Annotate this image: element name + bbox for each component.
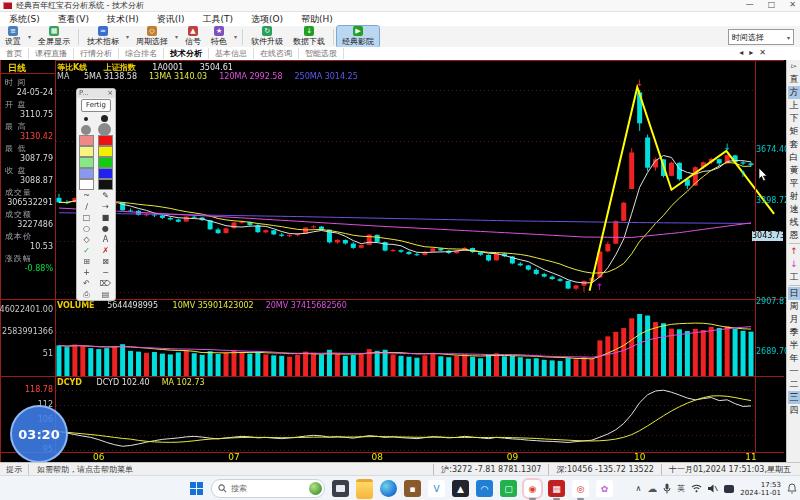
drawing-tool-套[interactable]: 套 [788, 138, 800, 151]
tab-在线咨询[interactable]: 在线咨询 [254, 48, 299, 59]
annotation-palette[interactable]: P... × Fertig ~✎∕→□■○●◇A✓✗⊞⊠+−↶⌦⎙▤ [76, 88, 116, 301]
toolbar-button-特色[interactable]: ★特色 [206, 26, 232, 47]
target-app[interactable]: ◎ [572, 480, 589, 497]
period-周[interactable]: 周 [788, 300, 800, 313]
palette-tool-+[interactable]: + [80, 268, 94, 278]
drawing-tool-平[interactable]: 平 [788, 177, 800, 190]
paint-app[interactable]: ✿ [596, 480, 613, 497]
color-swatch[interactable] [98, 135, 113, 146]
tab-技术分析[interactable]: 技术分析 [164, 48, 209, 59]
tray-wifi-icon[interactable] [691, 484, 702, 493]
taskbar-search[interactable]: 搜索 [211, 479, 325, 498]
palette-tool-✗[interactable]: ✗ [99, 246, 113, 256]
pen-size-dot[interactable] [84, 117, 88, 121]
drawing-tool-下[interactable]: 下 [788, 112, 800, 125]
palette-tool-□[interactable]: □ [80, 213, 94, 223]
palette-done-button[interactable]: Fertig [81, 99, 111, 112]
palette-tool-A[interactable]: A [99, 235, 113, 245]
color-swatch[interactable] [98, 168, 113, 179]
period-月[interactable]: 月 [788, 313, 800, 326]
v-app[interactable]: V [428, 480, 445, 497]
tray-language-indicator[interactable]: 英 [677, 483, 685, 494]
chevron-down-icon[interactable]: ▾ [28, 33, 31, 40]
menu-item[interactable]: 系统(S) [0, 13, 49, 26]
palette-tool-⊞[interactable]: ⊞ [80, 257, 94, 267]
period-一[interactable]: 一 [788, 365, 800, 378]
palette-tool-∕[interactable]: ∕ [80, 202, 94, 212]
color-swatch[interactable] [79, 146, 94, 157]
tab-首页[interactable]: 首页 [0, 48, 29, 59]
palette-tool-○[interactable]: ○ [80, 224, 94, 234]
period-年[interactable]: 年 [788, 352, 800, 365]
minimize-button[interactable]: — [746, 0, 754, 9]
tray-mic-icon[interactable] [663, 483, 671, 494]
chevron-down-icon[interactable]: ▾ [234, 33, 237, 40]
menu-item[interactable]: 资讯(I) [148, 13, 194, 26]
palette-tool-⊠[interactable]: ⊠ [99, 257, 113, 267]
drawing-tool-白[interactable]: 白 [788, 151, 800, 164]
file-explorer-icon[interactable] [356, 479, 373, 499]
chevron-down-icon[interactable]: ▾ [126, 33, 129, 40]
pen-size-dot[interactable] [81, 125, 91, 135]
edge-browser-icon[interactable] [380, 480, 397, 497]
tray-chevron-up-icon[interactable]: ∧ [635, 484, 641, 493]
menu-item[interactable]: 工具(T) [193, 13, 242, 26]
palette-tool-✎[interactable]: ✎ [99, 191, 113, 201]
palette-tool-↶[interactable]: ↶ [80, 279, 94, 289]
tab-scroll-left-icon[interactable]: ◂ [739, 48, 743, 57]
palette-close-icon[interactable]: × [107, 89, 113, 98]
color-swatch[interactable] [79, 179, 94, 190]
tray-cloud-icon[interactable]: ☁ [647, 483, 657, 494]
pen-size-dot[interactable] [101, 115, 108, 122]
color-swatch[interactable] [79, 135, 94, 146]
palette-tool-▤[interactable]: ▤ [99, 290, 113, 300]
drawing-tool-速[interactable]: 速 [788, 203, 800, 216]
briefcase-app[interactable]: ▪ [404, 480, 421, 497]
drawing-tool-上[interactable]: 上 [788, 99, 800, 112]
drawing-tool-恩[interactable]: 恩 [788, 229, 800, 242]
period-半[interactable]: 半 [788, 339, 800, 352]
tray-volume-icon[interactable] [708, 484, 718, 493]
color-swatch[interactable] [98, 179, 113, 190]
menu-item[interactable]: 查看(V) [49, 13, 98, 26]
menu-item[interactable]: 帮助(H) [292, 13, 342, 26]
action-tool[interactable]: ↑ [788, 245, 800, 258]
toolbar-button-经典影院[interactable]: ▶经典影院 [337, 26, 379, 47]
color-swatch[interactable] [79, 168, 94, 179]
stock-app[interactable]: ▦ [548, 480, 565, 497]
search-avatar[interactable] [309, 482, 322, 495]
toolbar-button-数据下载[interactable]: ↓数据下载 [288, 26, 330, 47]
drawing-tool-方[interactable]: 方 [788, 86, 800, 99]
tab-close-icon[interactable]: ✕ [759, 48, 766, 57]
tab-行情分析[interactable]: 行情分析 [74, 48, 119, 59]
period-季[interactable]: 季 [788, 326, 800, 339]
toolbar-button-全屏显示[interactable]: ▦全屏显示 [33, 26, 75, 47]
palette-tool-◇[interactable]: ◇ [80, 235, 94, 245]
drawing-tool-黄[interactable]: 黄 [788, 164, 800, 177]
toolbar-button-信号[interactable]: ▲信号 [180, 26, 206, 47]
swirl-app[interactable]: ◠ [476, 480, 493, 497]
recorder-app[interactable]: ◉ [524, 480, 541, 497]
period-二[interactable]: 二 [788, 378, 800, 391]
close-button[interactable]: ✕ [789, 0, 796, 9]
palette-tool-⌦[interactable]: ⌦ [99, 279, 113, 289]
time-select-dropdown[interactable]: 时间选择 ▾ [728, 29, 794, 45]
drawing-tool-射[interactable]: 射 [788, 190, 800, 203]
palette-tool-−[interactable]: − [99, 268, 113, 278]
period-四[interactable]: 四 [788, 404, 800, 417]
color-swatch[interactable] [98, 146, 113, 157]
chevron-down-icon[interactable]: ▾ [175, 33, 178, 40]
start-button[interactable] [190, 482, 204, 496]
period-三[interactable]: 三 [788, 391, 800, 404]
palette-tool-~[interactable]: ~ [80, 191, 94, 201]
tab-综合排名[interactable]: 综合排名 [119, 48, 164, 59]
palette-tool-●[interactable]: ● [99, 224, 113, 234]
mountain-app[interactable]: ▲ [452, 480, 469, 497]
tab-scroll-right-icon[interactable]: ▸ [749, 48, 753, 57]
drawing-tool-直[interactable]: 直 [788, 73, 800, 86]
menu-item[interactable]: 选项(O) [242, 13, 292, 26]
notification-bell-icon[interactable] [787, 483, 797, 494]
task-view-button[interactable] [332, 480, 349, 497]
bag-app[interactable]: ▢ [500, 480, 517, 497]
tab-课程直播[interactable]: 课程直播 [29, 48, 74, 59]
